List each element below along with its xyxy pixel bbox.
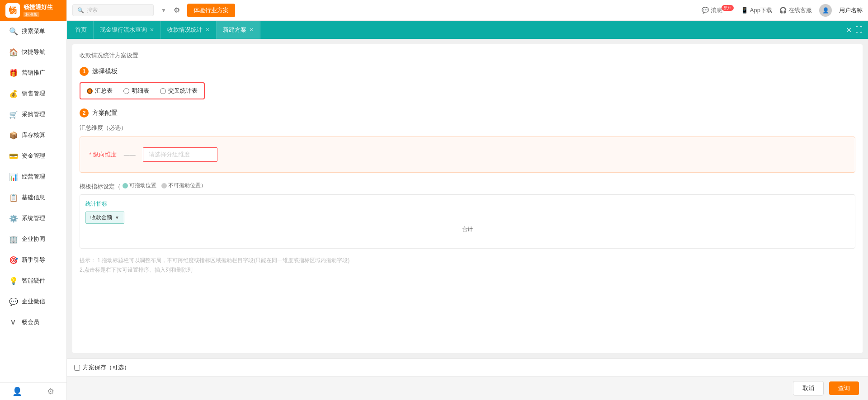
sidebar-item-company[interactable]: 🏢 企业协同 (0, 229, 66, 249)
radio-summary[interactable]: 汇总表 (87, 87, 113, 95)
sidebar-person-btn[interactable]: 👤 (12, 386, 22, 396)
radio-summary-label: 汇总表 (95, 87, 113, 95)
radio-summary-input[interactable] (87, 88, 93, 94)
sidebar-bottom: 👤 ⚙ (0, 382, 66, 400)
download-item[interactable]: 📱 App下载 (741, 6, 772, 14)
support-item[interactable]: 🎧 在线客服 (779, 6, 812, 14)
bottom-bar: 方案保存（可选） (67, 358, 868, 376)
sidebar-item-wechat[interactable]: 💬 企业微信 (0, 291, 66, 312)
sidebar-item-purchase[interactable]: 🛒 采购管理 (0, 104, 66, 125)
member-icon: V (9, 319, 17, 326)
notification-label: 消息 (711, 6, 722, 14)
tab-receipt-stats-label: 收款情况统计 (167, 26, 203, 34)
tab-bank-flow[interactable]: 现金银行流水查询 ✕ (94, 21, 161, 39)
industry-btn[interactable]: 体验行业方案 (187, 4, 235, 17)
bulb-icon: 💡 (9, 277, 17, 285)
chevron-down-icon: ▼ (115, 215, 119, 220)
tab-new-plan-close[interactable]: ✕ (249, 27, 254, 33)
save-option[interactable]: 方案保存（可选） (74, 363, 130, 372)
draggable-dot (123, 183, 128, 188)
tab-receipt-stats-close[interactable]: ✕ (205, 27, 210, 33)
notification-item[interactable]: 💬 消息 99+ (702, 6, 734, 14)
close-window-icon[interactable]: ✕ (846, 26, 852, 34)
search-icon: 🔍 (9, 27, 17, 36)
sidebar-item-capital[interactable]: 💳 资金管理 (0, 146, 66, 166)
target-icon: 🎯 (9, 256, 17, 264)
config-area: * 纵向维度 —— 请选择分组维度 (80, 136, 855, 173)
sidebar-item-sales[interactable]: 💰 销售管理 (0, 83, 66, 104)
page-content: 收款情况统计方案设置 1 选择模板 汇总表 明细表 (67, 39, 868, 400)
headset-icon: 🎧 (779, 7, 787, 14)
radio-detail[interactable]: 明细表 (123, 87, 149, 95)
breadcrumb: 收款情况统计方案设置 (80, 52, 855, 60)
save-label: 方案保存（可选） (83, 363, 130, 372)
non-draggable-badge: 不可拖动位置） (161, 182, 206, 189)
gear-icon: ⚙️ (9, 214, 17, 223)
search-box[interactable]: 🔍 搜索 (72, 4, 154, 16)
tab-home[interactable]: 首页 (69, 21, 94, 39)
sidebar-item-quick-nav[interactable]: 🏠 快捷导航 (0, 42, 66, 62)
support-label: 在线客服 (788, 6, 812, 14)
card-icon: 💳 (9, 152, 17, 160)
section-title-1: 选择模板 (92, 67, 118, 75)
draggable-badge: 可拖动位置 (123, 182, 156, 189)
radio-cross-label: 交叉统计表 (168, 87, 198, 95)
cancel-button[interactable]: 取消 (793, 381, 824, 395)
sidebar-settings-btn[interactable]: ⚙ (47, 386, 54, 396)
tab-bank-flow-label: 现金银行流水查询 (100, 26, 147, 34)
dimension-row: * 纵向维度 —— 请选择分组维度 (89, 147, 217, 162)
radio-cross-input[interactable] (160, 88, 166, 94)
tabbar-controls: ✕ ⛶ (846, 26, 866, 34)
notification-badge: 99+ (722, 5, 734, 11)
search-icon: 🔍 (77, 7, 84, 14)
sidebar-item-hardware[interactable]: 💡 智能硬件 (0, 270, 66, 291)
gift-icon: 🎁 (9, 69, 17, 77)
tab-receipt-stats[interactable]: 收款情况统计 ✕ (161, 21, 217, 39)
sidebar-item-member[interactable]: V 畅会员 (0, 312, 66, 333)
building-icon: 🏢 (9, 235, 17, 244)
metric-tag-container: 收款金额 ▼ 合计 (85, 212, 849, 235)
save-checkbox[interactable] (74, 365, 80, 371)
sidebar-item-inventory[interactable]: 📦 库存核算 (0, 125, 66, 146)
person-icon: 👤 (12, 386, 22, 396)
chat-icon: 💬 (9, 297, 17, 306)
radio-cross[interactable]: 交叉统计表 (160, 87, 198, 95)
section-template-header: 1 选择模板 (80, 67, 855, 76)
sidebar-item-basic-info[interactable]: 📋 基础信息 (0, 187, 66, 208)
metric-tag-amount[interactable]: 收款金额 ▼ (85, 212, 124, 224)
chevron-down-icon: ▼ (161, 7, 166, 14)
user-avatar[interactable]: 👤 (819, 4, 832, 17)
sidebar-item-system[interactable]: ⚙️ 系统管理 (0, 208, 66, 229)
main-content: 🔍 搜索 ▼ ⚙ 体验行业方案 💬 消息 99+ 📱 App下载 🎧 在线客服 … (67, 0, 868, 400)
sidebar-item-marketing[interactable]: 🎁 营销推广 (0, 62, 66, 83)
settings-icon: ⚙ (47, 386, 54, 396)
sidebar-item-management[interactable]: 📊 经营管理 (0, 166, 66, 187)
radio-detail-input[interactable] (123, 88, 129, 94)
sidebar-logo: 畅 畅捷通好生 标准版 (0, 0, 66, 21)
expand-icon[interactable]: ⛶ (855, 26, 863, 34)
topbar-actions: 💬 消息 99+ 📱 App下载 🎧 在线客服 👤 用户名称 (702, 4, 863, 17)
dimension-section: 汇总维度（必选） * 纵向维度 —— 请选择分组维度 (80, 124, 855, 173)
radio-detail-label: 明细表 (132, 87, 149, 95)
chart-icon: 📊 (9, 173, 17, 181)
section-num-2: 2 (80, 108, 89, 118)
topbar-dropdown[interactable]: ▼ (161, 7, 166, 14)
settings-icon[interactable]: ⚙ (174, 6, 180, 14)
section-title-2: 方案配置 (92, 109, 118, 117)
tab-new-plan[interactable]: 新建方案 ✕ (217, 21, 260, 39)
tab-home-label: 首页 (75, 26, 87, 34)
tabbar: 首页 现金银行流水查询 ✕ 收款情况统计 ✕ 新建方案 ✕ ✕ ⛶ (67, 21, 868, 39)
download-icon: 📱 (741, 7, 748, 14)
dimension-select[interactable]: 请选择分组维度 (143, 147, 217, 162)
sidebar-item-newbie[interactable]: 🎯 新手引导 (0, 249, 66, 270)
dimension-placeholder: 请选择分组维度 (149, 151, 190, 158)
tab-bank-flow-close[interactable]: ✕ (150, 27, 154, 33)
query-button[interactable]: 查询 (829, 381, 859, 395)
metrics-section: 模板指标设定（ 可拖动位置 不可拖动位置） 统计指标 (80, 182, 855, 249)
clipboard-icon: 📋 (9, 193, 17, 202)
vertical-dimension-label: * 纵向维度 (89, 151, 117, 159)
sidebar-item-search-menu[interactable]: 🔍 搜索菜单 (0, 21, 66, 42)
tip-line-1: 提示： 1.拖动标题栏可以调整布局，不可跨维度或指标区域拖动栏目字段(只能在同一… (80, 256, 855, 266)
dimension-title: 汇总维度（必选） (80, 124, 855, 132)
metrics-area: 统计指标 收款金额 ▼ 合计 (80, 194, 855, 249)
